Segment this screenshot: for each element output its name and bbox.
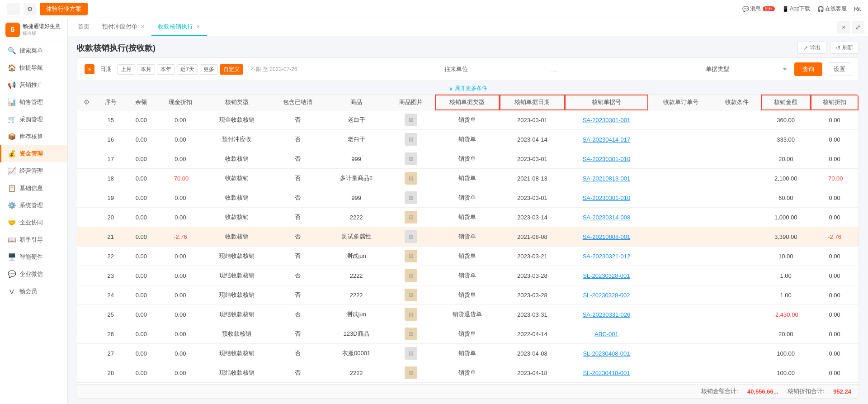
- cell-receipt-order-no: [648, 305, 713, 324]
- user-name[interactable]: Rit: [854, 6, 861, 12]
- tab-prepay-close[interactable]: ×: [140, 23, 145, 30]
- cell-goods-img: 🖼: [387, 266, 435, 285]
- sidebar-item-8[interactable]: 📋基础信息: [0, 180, 67, 197]
- cell-cancel-bill-no[interactable]: ABC-001: [565, 324, 648, 344]
- cell-settings: [77, 305, 95, 324]
- cell-num: 16: [95, 130, 126, 149]
- from-unit-input[interactable]: [473, 64, 546, 74]
- cell-cancel-bill-type: 销货单: [435, 344, 500, 363]
- cell-cancel-type: 预付冲应收: [204, 130, 269, 149]
- cell-receipt-condition: [713, 188, 761, 208]
- sidebar-item-4[interactable]: 🛒采购管理: [0, 111, 67, 128]
- sidebar-item-6[interactable]: 💰资金管理: [0, 145, 67, 162]
- total-amount-label: 核销金额合计:: [701, 387, 738, 395]
- single-type-select[interactable]: 销货单 销货退货单: [735, 64, 789, 74]
- settings-btn[interactable]: 设置: [828, 62, 851, 76]
- cell-cancel-bill-no[interactable]: SA-20230301-010: [565, 188, 648, 208]
- sidebar-item-9[interactable]: ⚙️系统管理: [0, 197, 67, 214]
- date-btn-more[interactable]: 更多: [200, 64, 218, 75]
- cell-cancel-bill-no[interactable]: SL-20230328-002: [565, 285, 648, 305]
- cell-cancel-bill-no[interactable]: SL-20230328-001: [565, 266, 648, 285]
- tab-close-all-icon[interactable]: ×: [837, 21, 850, 33]
- sidebar-item-2[interactable]: 📢营销推广: [0, 76, 67, 94]
- sidebar-icon-10: 🤝: [8, 219, 16, 227]
- filter-toggle-btn[interactable]: »: [85, 64, 94, 74]
- online-service-area[interactable]: 🎧 在线客服: [817, 5, 847, 13]
- message-area[interactable]: 💬 消息 99+: [742, 5, 775, 13]
- sidebar-icon-4: 🛒: [8, 115, 16, 124]
- tab-prepay[interactable]: 预付冲应付单 ×: [96, 18, 151, 36]
- col-receipt-condition: 收款条件: [713, 95, 761, 110]
- tab-receipt-cancel-close[interactable]: ×: [196, 23, 201, 30]
- col-cancel-bill-date: 核销单据日期: [500, 95, 565, 110]
- cell-receipt-order-no: [648, 149, 713, 169]
- settings-icon[interactable]: ⚙: [24, 3, 36, 15]
- cell-receipt-order-no: [648, 266, 713, 285]
- search-input-area[interactable]: [7, 3, 20, 15]
- search-input[interactable]: [0, 5, 45, 14]
- cell-cancel-bill-no[interactable]: SA-20230314-008: [565, 208, 648, 227]
- cell-cancel-bill-date: 2023-04-08: [500, 344, 565, 363]
- cell-cancel-type: 收款核销: [204, 208, 269, 227]
- cell-balance: 0.00: [126, 149, 157, 169]
- message-icon: 💬: [742, 6, 749, 12]
- cell-balance: 0.00: [126, 208, 157, 227]
- app-download-area[interactable]: 📱 App下载: [782, 5, 810, 13]
- cell-included-settled: 否: [269, 208, 326, 227]
- cell-goods: 测试多属性: [326, 227, 387, 247]
- cell-cancel-amount: 20.00: [761, 149, 811, 169]
- sidebar-icon-11: 📖: [8, 236, 16, 244]
- sidebar-item-3[interactable]: 📊销售管理: [0, 94, 67, 111]
- top-bar: ⚙ 体验行业方案 💬 消息 99+ 📱 App下载 🎧 在线客服 Rit: [0, 0, 868, 18]
- expand-conditions-btn[interactable]: ∨ 展开更多条件: [449, 85, 487, 92]
- export-icon: ↗: [803, 45, 808, 51]
- cell-goods-img: 🖼: [387, 149, 435, 169]
- chevron-down-icon: ∨: [449, 86, 453, 92]
- cell-cancel-bill-no[interactable]: SA-20230301-001: [565, 110, 648, 130]
- cell-cancel-amount: 3,390.00: [761, 227, 811, 247]
- cell-cancel-bill-no[interactable]: SL-20230418-001: [565, 363, 648, 383]
- refresh-btn[interactable]: ↺ 刷新: [830, 42, 859, 54]
- sidebar-item-10[interactable]: 🤝企业协同: [0, 214, 67, 231]
- cell-cancel-bill-date: 2023-03-14: [500, 208, 565, 227]
- cell-cancel-type: 预收款核销: [204, 324, 269, 344]
- date-btn-custom[interactable]: 自定义: [220, 64, 243, 75]
- date-filter-label: 日期: [100, 65, 112, 73]
- date-btn-last-month[interactable]: 上月: [117, 64, 135, 75]
- table-wrapper[interactable]: ⚙ 序号 余额 现金折扣 核销类型 包含已结清 商品 商品图片 核销单据类型 核…: [77, 95, 859, 384]
- cell-cancel-bill-no[interactable]: SA-20230414-017: [565, 130, 648, 149]
- sidebar-item-5[interactable]: 📦库存核算: [0, 128, 67, 145]
- cell-included-settled: 否: [269, 324, 326, 344]
- cell-cancel-bill-no[interactable]: SA-20210813-001: [565, 169, 648, 188]
- sidebar-item-7[interactable]: 📈经营管理: [0, 162, 67, 180]
- sidebar-item-1[interactable]: 🏠快捷导航: [0, 59, 67, 76]
- cell-cancel-bill-no[interactable]: SA-20210808-001: [565, 227, 648, 247]
- sidebar-item-13[interactable]: 💬企业微信: [0, 266, 67, 283]
- date-btn-this-year[interactable]: 本年: [157, 64, 175, 75]
- cell-included-settled: 否: [269, 363, 326, 383]
- sidebar-item-11[interactable]: 📖新手引导: [0, 231, 67, 248]
- cell-cancel-bill-no[interactable]: SA-20230331-026: [565, 305, 648, 324]
- export-btn[interactable]: ↗ 导出: [797, 42, 826, 54]
- col-included-settled: 包含已结清: [269, 95, 326, 110]
- date-btn-this-month[interactable]: 本月: [137, 64, 155, 75]
- date-btn-7days[interactable]: 近7天: [177, 64, 198, 75]
- cell-settings: [77, 149, 95, 169]
- sidebar-label-2: 营销推广: [19, 81, 43, 89]
- sidebar-item-12[interactable]: 🖥️智能硬件: [0, 248, 67, 266]
- tab-receipt-cancel[interactable]: 收款核销执行 ×: [151, 18, 207, 36]
- cell-cancel-bill-type: 销货单: [435, 266, 500, 285]
- cell-goods: 多计量商品2: [326, 169, 387, 188]
- tab-home[interactable]: 首页: [71, 18, 96, 36]
- cell-receipt-condition: [713, 324, 761, 344]
- cell-cancel-bill-no[interactable]: SA-20230321-012: [565, 247, 648, 266]
- sidebar-item-14[interactable]: V畅会员: [0, 283, 67, 300]
- query-btn[interactable]: 查询: [794, 62, 822, 76]
- industry-btn[interactable]: 体验行业方案: [40, 3, 88, 15]
- cell-goods: 衣服00001: [326, 344, 387, 363]
- cell-cancel-bill-no[interactable]: SA-20230301-010: [565, 149, 648, 169]
- cell-cancel-bill-no[interactable]: SL-20230408-001: [565, 344, 648, 363]
- tab-expand-icon[interactable]: ⤢: [852, 21, 864, 33]
- date-range-display: 不限 至 2023-07-26: [249, 66, 297, 73]
- sidebar-item-0[interactable]: 🔍搜索菜单: [0, 42, 67, 59]
